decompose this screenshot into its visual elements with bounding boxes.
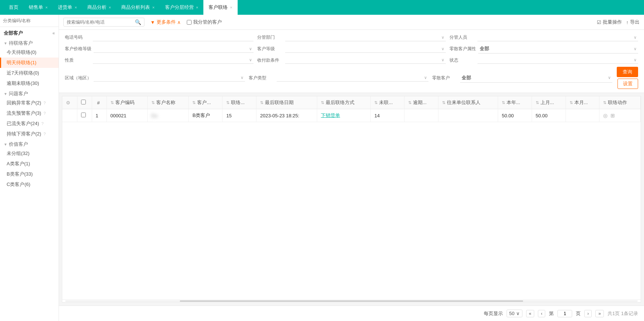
per-page-select[interactable]: 50 ∨	[507, 310, 522, 317]
sort-icon: ⇅	[408, 100, 412, 105]
nav-item-客户分层经营[interactable]: 客户分层经营×	[160, 0, 203, 15]
more-filter-btn[interactable]: ▼ 更多条件 ∧	[147, 18, 184, 27]
select-all-checkbox[interactable]	[81, 100, 86, 104]
filter-label: 客户价格等级	[65, 46, 91, 52]
pagination-bar: 每页显示 50 ∨ « ‹ 第 页 › » 共1页 1条记录	[59, 306, 644, 321]
sidebar-item-B类客户(33)[interactable]: B类客户(33)	[0, 169, 59, 179]
filter-select-性质[interactable]: ∨	[93, 56, 253, 64]
filter-select-分管部门[interactable]: ∨	[285, 34, 446, 41]
sort-icon: ⇅	[502, 100, 505, 105]
action-icon-2[interactable]: ⊞	[610, 113, 615, 118]
nav-item-商品分析[interactable]: 商品分析×	[82, 0, 116, 15]
my-customers-checkbox-label[interactable]: 我分管的客户	[187, 19, 222, 25]
sidebar-item-明天待联络(1)[interactable]: 明天待联络(1)	[0, 58, 59, 68]
scrollbar-track[interactable]	[65, 300, 638, 302]
prev-page-btn[interactable]: ‹	[538, 310, 545, 317]
filter-select-分管人员[interactable]: ∨	[477, 34, 638, 41]
link-last_contact_method[interactable]: 下销货单	[321, 113, 340, 118]
filter-select-收付款条件[interactable]: ∨	[285, 56, 446, 64]
filter-field-0-0: 电话号码	[65, 34, 253, 41]
sidebar-item-流失预警客户(3)[interactable]: 流失预警客户(3)?	[0, 108, 59, 118]
filter-field-3-1: 客户类型∨	[249, 74, 429, 82]
sidebar-item-持续下滑客户(2)[interactable]: 持续下滑客户(2)?	[0, 129, 59, 139]
last-page-btn[interactable]: »	[595, 310, 604, 317]
toolbar: 🔍 ▼ 更多条件 ∧ 我分管的客户 ☑ 批量操作 ↑ 导出	[59, 15, 644, 30]
col-header-checkbox	[77, 96, 92, 109]
filter-label: 电话号码	[65, 34, 91, 41]
nav-item-销售单[interactable]: 销售单×	[24, 0, 53, 15]
my-customers-checkbox[interactable]	[187, 20, 192, 25]
cell-last_contact_date: 2023-05-23 18:25:	[256, 109, 317, 122]
batch-op-btn[interactable]: ☑ 批量操作	[597, 19, 622, 25]
first-page-btn[interactable]: «	[526, 310, 535, 317]
filter-select-零散客户[interactable]: 全部∨	[460, 73, 612, 83]
nav-close-icon[interactable]: ×	[230, 5, 232, 10]
filter-field-0-2: 分管人员∨	[449, 34, 638, 41]
nav-item-进货单[interactable]: 进货单×	[53, 0, 82, 15]
col-label: 逾期...	[413, 100, 427, 105]
nav-close-icon[interactable]: ×	[152, 5, 154, 10]
row-checkbox[interactable]	[81, 113, 86, 117]
filter-input-电话号码[interactable]	[93, 34, 253, 41]
filter-select-客户类型[interactable]: ∨	[277, 74, 429, 82]
settings-btn[interactable]: 设置	[617, 79, 638, 89]
table-row: 1000021EaB类客户152023-05-23 18:25:下销货单1450…	[62, 109, 641, 122]
table-config-icon[interactable]: ⚙	[66, 100, 70, 106]
nav-close-icon[interactable]: ×	[196, 5, 198, 10]
cell-value-code: 000021	[111, 113, 126, 118]
filter-select-零散客户属性[interactable]: 全部∨	[478, 44, 638, 54]
table-scroll[interactable]: ⚙#⇅客户编码⇅客户名称⇅客户...⇅联络...⇅最后联络日期⇅最后联络方式⇅未…	[62, 96, 641, 299]
search-input[interactable]	[67, 20, 135, 25]
sidebar-item-未分组(32)[interactable]: 未分组(32)	[0, 148, 59, 159]
sidebar-collapse-btn[interactable]: «	[52, 31, 55, 36]
search-input-wrap: 🔍	[63, 18, 144, 27]
filter-select-状态[interactable]: ∨	[477, 56, 638, 64]
sidebar-item-今天待联络(0)[interactable]: 今天待联络(0)	[0, 47, 59, 58]
nav-item-首页[interactable]: 首页	[4, 0, 24, 15]
select-arrow: ∨	[634, 35, 637, 40]
sidebar-group-价值客户[interactable]: ▼价值客户	[0, 139, 59, 148]
sidebar-item-label: 明天待联络(1)	[7, 59, 36, 66]
nav-close-icon[interactable]: ×	[74, 5, 77, 10]
col-header-contact_person: ⇅往来单位联系人	[438, 96, 498, 109]
query-btn[interactable]: 查询	[617, 67, 638, 77]
filter-label: 性质	[65, 57, 91, 63]
batch-op-label: 批量操作	[603, 19, 622, 25]
filter-field-1-2: 零散客户属性全部∨	[449, 44, 638, 54]
export-btn[interactable]: ↑ 导出	[626, 19, 640, 25]
action-icon-1[interactable]: ◎	[603, 113, 608, 118]
sidebar-search-input[interactable]	[3, 18, 58, 23]
help-icon: ?	[43, 132, 46, 136]
cell-value-this_year: 50.00	[502, 113, 514, 118]
next-page-btn[interactable]: ›	[584, 310, 592, 317]
sidebar-group-待联络客户[interactable]: ▼待联络客户	[0, 38, 59, 47]
sidebar-group-问题客户[interactable]: ▼问题客户	[0, 89, 59, 98]
nav-close-icon[interactable]: ×	[45, 5, 48, 10]
filter-field-2-0: 性质∨	[65, 56, 253, 64]
page-suffix: 页	[576, 310, 581, 317]
group-triangle: ▼	[4, 92, 7, 96]
sidebar-item-A类客户(1)[interactable]: A类客户(1)	[0, 159, 59, 169]
sidebar-item-回购异常客户(2)[interactable]: 回购异常客户(2)?	[0, 98, 59, 108]
sidebar-item-已流失客户(24)[interactable]: 已流失客户(24)?	[0, 118, 59, 129]
filter-panel: 电话号码分管部门∨分管人员∨客户价格等级∨客户等级∨零散客户属性全部∨性质∨收付…	[59, 30, 644, 93]
nav-item-客户联络[interactable]: 客户联络×	[203, 0, 237, 15]
nav-close-icon[interactable]: ×	[109, 5, 111, 10]
filter-select-客户价格等级[interactable]: ∨	[94, 45, 253, 53]
sidebar-item-label: C类客户(6)	[7, 181, 30, 188]
sidebar: 🔍 全部客户 « ▼待联络客户今天待联络(0)明天待联络(1)近7天待联络(0)…	[0, 15, 59, 321]
filter-select-客户等级[interactable]: ∨	[285, 45, 446, 53]
sidebar-item-逾期未联络(30)[interactable]: 逾期未联络(30)	[0, 78, 59, 89]
filter-icon: ▼	[150, 20, 155, 25]
search-icon[interactable]: 🔍	[135, 19, 141, 25]
col-header-last_contact_date: ⇅最后联络日期	[256, 96, 317, 109]
sidebar-item-近7天待联络(0)[interactable]: 近7天待联络(0)	[0, 68, 59, 78]
col-label: 客户编码	[115, 100, 134, 105]
page-input[interactable]	[557, 310, 572, 317]
filter-select-区域（地区）[interactable]: ∨	[94, 74, 245, 82]
filter-btn-label: 更多条件	[157, 19, 176, 25]
col-label: 本年...	[507, 100, 520, 105]
sidebar-item-C类客户(6)[interactable]: C类客户(6)	[0, 179, 59, 190]
col-header-uncontacted: ⇅未联...	[371, 96, 405, 109]
nav-item-商品分析列表[interactable]: 商品分析列表×	[116, 0, 160, 15]
